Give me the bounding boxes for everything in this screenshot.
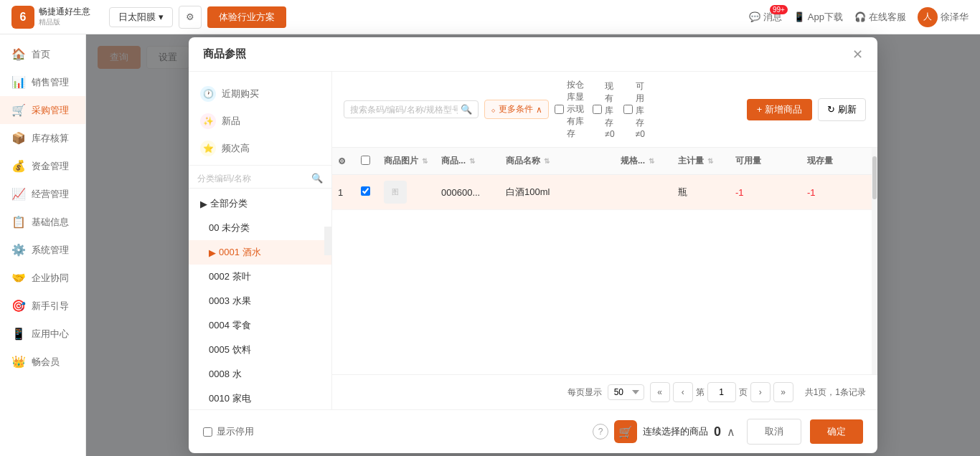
sidebar-item-purchase[interactable]: 🛒 采购管理: [0, 96, 85, 124]
cancel-button[interactable]: 取消: [747, 419, 801, 445]
user-name: 徐泽华: [941, 11, 969, 24]
filter-options: 按仓库显示现有库存 现有库存≠0 可用库存≠0: [555, 79, 645, 140]
freq-icon: ⭐: [200, 141, 216, 156]
col-unit[interactable]: 主计量 ⇅: [672, 148, 730, 175]
checkbox-usable-label[interactable]: 可用库存≠0: [623, 80, 645, 139]
product-thumbnail: 图: [384, 181, 407, 204]
category-search-icon[interactable]: 🔍: [311, 173, 323, 184]
sidebar-item-sales[interactable]: 📊 销售管理: [0, 68, 85, 96]
category-0010-label: 0010 家电: [209, 392, 251, 405]
purchase-icon: 🛒: [11, 103, 26, 117]
sidebar-item-basic-info[interactable]: 📋 基础信息: [0, 208, 85, 236]
checkbox-warehouse[interactable]: [555, 105, 564, 114]
modal-close-button[interactable]: ✕: [852, 48, 863, 61]
settings-button[interactable]: ⚙: [179, 6, 202, 29]
expand-icon: ▶: [200, 199, 207, 209]
sort-spec-icon: ⇅: [649, 157, 654, 165]
top-header: 6 畅捷通好生意 精品版 日太阳膜 ▾ ⚙ 体验行业方案 💬 消息 99+ 📱 …: [0, 0, 980, 34]
select-all-checkbox[interactable]: [361, 156, 370, 165]
category-0010[interactable]: 0010 家电: [189, 386, 331, 409]
category-all[interactable]: ▶ 全部分类: [189, 191, 331, 216]
sidebar-item-apps[interactable]: 📱 应用中心: [0, 320, 85, 348]
col-usable[interactable]: 可用量: [730, 148, 801, 175]
modal-scrollbar[interactable]: [872, 148, 877, 374]
first-page-button[interactable]: «: [650, 382, 670, 402]
cart-collapse-button[interactable]: ∧: [727, 425, 735, 439]
quick-recent[interactable]: 🕐 近期购买: [189, 80, 331, 108]
col-checkbox[interactable]: [355, 148, 378, 175]
cart-button[interactable]: 🛒: [614, 420, 637, 443]
trial-button[interactable]: 体验行业方案: [207, 6, 286, 28]
category-0008[interactable]: 0008 水: [189, 362, 331, 386]
sidebar-item-guide[interactable]: 🎯 新手引导: [0, 292, 85, 320]
user-item[interactable]: 人 徐泽华: [918, 7, 969, 27]
sidebar-label-operations: 经营管理: [32, 188, 69, 201]
category-0008-label: 0008 水: [209, 368, 242, 381]
refresh-button[interactable]: ↻ 刷新: [818, 98, 866, 121]
checkbox-warehouse-label[interactable]: 按仓库显示现有库存: [555, 79, 584, 140]
quick-frequent[interactable]: ⭐ 频次高: [189, 135, 331, 162]
row-checkbox[interactable]: [361, 186, 370, 196]
table-row[interactable]: 1 图 000600... 白: [332, 175, 872, 210]
col-spec[interactable]: 规格... ⇅: [615, 148, 672, 175]
add-product-button[interactable]: + 新增商品: [747, 99, 812, 120]
filter-button[interactable]: ⬦ 更多条件 ∧: [484, 100, 549, 119]
category-00-label: 00 未分类: [209, 222, 250, 234]
category-0005[interactable]: 0005 饮料: [189, 338, 331, 362]
modal-footer: 显示停用 ? 🛒 连续选择的商品 0 ∧ 取消 确定: [189, 409, 877, 453]
category-0002[interactable]: 0002 茶叶: [189, 265, 331, 289]
category-0001[interactable]: ▶ 0001 酒水: [189, 240, 331, 265]
filter-icon: ⬦: [491, 105, 496, 115]
category-0004-label: 0004 零食: [209, 319, 251, 332]
modal-overlay: 商品参照 ✕ 🕐 近期购买 ✨: [86, 34, 980, 456]
online-service-item[interactable]: 🎧 在线客服: [854, 11, 906, 24]
recent-icon: 🕐: [200, 86, 216, 102]
store-selector[interactable]: 日太阳膜 ▾: [109, 7, 173, 27]
category-0003[interactable]: 0003 水果: [189, 289, 331, 313]
page-size-select[interactable]: 50 10 20 100: [608, 384, 644, 400]
phone-icon: 📱: [793, 11, 805, 22]
product-search-icon[interactable]: 🔍: [461, 104, 472, 115]
main-layout: 🏠 首页 📊 销售管理 🛒 采购管理 📦 库存核算 💰 资金管理 📈 经营管理 …: [0, 34, 980, 456]
prev-page-button[interactable]: ‹: [673, 382, 693, 402]
message-item[interactable]: 💬 消息 99+: [749, 11, 782, 24]
checkbox-warehouse-text: 按仓库显示现有库存: [567, 79, 584, 140]
system-icon: ⚙️: [11, 243, 26, 257]
cell-checkbox[interactable]: [355, 175, 378, 210]
home-icon: 🏠: [11, 47, 26, 61]
page-number-input[interactable]: [707, 382, 736, 402]
category-collapse-button[interactable]: 《: [324, 227, 332, 255]
col-settings[interactable]: ⚙: [332, 148, 355, 175]
category-0004[interactable]: 0004 零食: [189, 313, 331, 338]
checkbox-stock-label[interactable]: 现有库存≠0: [593, 80, 614, 139]
show-disabled-checkbox-label[interactable]: 显示停用: [203, 425, 254, 438]
sidebar-label-home: 首页: [32, 48, 50, 61]
sidebar-item-home[interactable]: 🏠 首页: [0, 40, 85, 68]
product-search-input[interactable]: [350, 105, 458, 115]
next-page-button[interactable]: ›: [750, 382, 771, 402]
checkbox-usable-text: 可用库存≠0: [636, 80, 645, 139]
quick-frequent-label: 频次高: [222, 142, 250, 155]
checkbox-stock[interactable]: [593, 105, 602, 114]
basic-info-icon: 📋: [11, 215, 26, 229]
help-icon[interactable]: ?: [593, 424, 608, 440]
cell-num: 1: [332, 175, 355, 210]
checkbox-usable[interactable]: [623, 105, 633, 114]
show-disabled-checkbox[interactable]: [203, 427, 212, 437]
col-code[interactable]: 商品... ⇅: [435, 148, 500, 175]
category-search-input[interactable]: [197, 174, 308, 184]
sidebar-item-vip[interactable]: 👑 畅会员: [0, 348, 85, 376]
quick-new[interactable]: ✨ 新品: [189, 108, 331, 135]
sidebar-item-finance[interactable]: 💰 资金管理: [0, 152, 85, 180]
sidebar-item-enterprise[interactable]: 🤝 企业协同: [0, 264, 85, 292]
col-name[interactable]: 商品名称 ⇅: [500, 148, 615, 175]
sidebar-item-operations[interactable]: 📈 经营管理: [0, 180, 85, 208]
col-stock[interactable]: 现存量: [801, 148, 872, 175]
sidebar-label-apps: 应用中心: [32, 328, 69, 341]
sidebar-item-system[interactable]: ⚙️ 系统管理: [0, 236, 85, 264]
sidebar-item-inventory[interactable]: 📦 库存核算: [0, 124, 85, 152]
last-page-button[interactable]: »: [773, 382, 793, 402]
category-00[interactable]: 00 未分类: [189, 216, 331, 240]
app-download-item[interactable]: 📱 App下载: [793, 11, 843, 24]
confirm-button[interactable]: 确定: [810, 419, 863, 444]
